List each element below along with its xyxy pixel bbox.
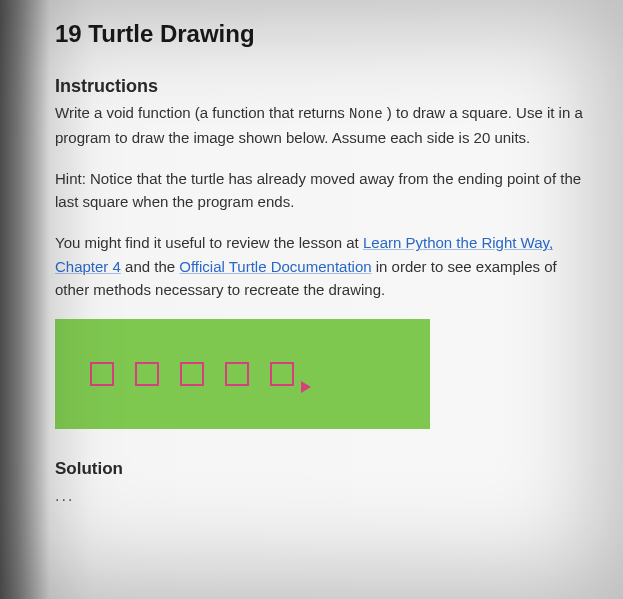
link-turtle-docs[interactable]: Official Turtle Documentation <box>179 258 371 275</box>
code-none: None <box>349 106 383 122</box>
instruction-paragraph-1: Write a void function (a function that r… <box>55 101 593 149</box>
drawn-square <box>180 362 204 386</box>
drawn-square <box>270 362 294 386</box>
solution-heading: Solution <box>55 459 593 479</box>
text-segment: and the <box>121 258 179 275</box>
instruction-paragraph-hint: Hint: Notice that the turtle has already… <box>55 167 593 214</box>
drawn-square <box>90 362 114 386</box>
solution-ellipsis: ... <box>55 487 593 505</box>
text-segment: You might find it useful to review the l… <box>55 234 363 251</box>
turtle-output-image <box>55 319 430 429</box>
instructions-heading: Instructions <box>55 76 593 97</box>
page-title: 19 Turtle Drawing <box>55 20 593 48</box>
drawn-square <box>225 362 249 386</box>
drawn-square <box>135 362 159 386</box>
instruction-paragraph-links: You might find it useful to review the l… <box>55 231 593 301</box>
text-segment: Write a void function (a function that r… <box>55 104 349 121</box>
turtle-cursor-icon <box>301 381 311 393</box>
